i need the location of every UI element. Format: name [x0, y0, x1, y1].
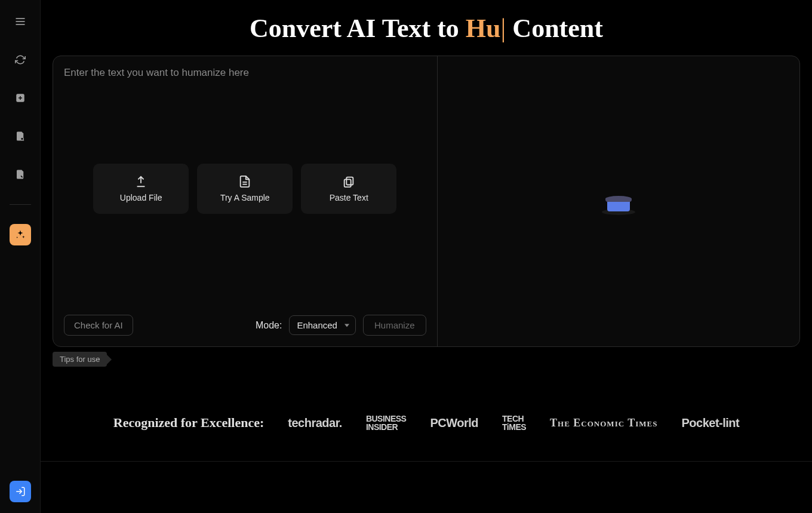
menu-icon[interactable] — [10, 11, 31, 32]
workspace: Upload File Try A Sample Paste Text Chec… — [53, 56, 800, 347]
svg-rect-10 — [345, 179, 351, 187]
input-footer: Check for AI Mode: Enhanced Humanize — [64, 315, 426, 336]
brand-pocket-lint: Pocket-lint — [682, 416, 740, 430]
plus-square-icon[interactable] — [10, 87, 31, 109]
file-text-icon — [238, 175, 251, 188]
login-button[interactable] — [10, 481, 31, 502]
empty-state-icon — [598, 188, 639, 215]
brand-business-insider: BUSINESSINSIDER — [366, 414, 407, 431]
brand-tech-times: TECHTiMES — [502, 414, 526, 431]
humanize-button[interactable]: Humanize — [363, 315, 426, 336]
sidebar — [0, 0, 41, 513]
tips-chip[interactable]: Tips for use — [53, 352, 107, 367]
output-pane — [438, 56, 800, 346]
upload-file-button[interactable]: Upload File — [93, 164, 189, 214]
mode-label: Mode: — [256, 320, 282, 331]
sample-label: Try A Sample — [220, 193, 270, 202]
tips-row: Tips for use — [53, 352, 812, 367]
footer-divider — [41, 461, 812, 462]
title-suffix: Content — [506, 14, 603, 43]
mode-selected: Enhanced — [297, 320, 337, 330]
sparkle-icon[interactable] — [10, 224, 31, 245]
recognition-label: Recognized for Excellence: — [113, 415, 264, 431]
paste-text-button[interactable]: Paste Text — [301, 164, 396, 214]
title-accent: Hu — [466, 14, 501, 43]
title-prefix: Convert AI Text to — [250, 14, 466, 43]
main-content: Convert AI Text to Hu| Content Upload Fi… — [41, 0, 812, 513]
svg-line-5 — [23, 140, 24, 141]
input-pane: Upload File Try A Sample Paste Text Chec… — [53, 56, 438, 346]
brand-economic-times: The Economic Times — [550, 417, 657, 429]
mode-select[interactable]: Enhanced — [289, 315, 356, 335]
paste-label: Paste Text — [330, 193, 368, 202]
recognition-section: Recognized for Excellence: techradar. BU… — [41, 414, 812, 431]
search-doc-icon[interactable] — [10, 125, 31, 147]
brand-pcworld: PCWorld — [430, 416, 478, 430]
refresh-icon[interactable] — [10, 49, 31, 70]
page-title: Convert AI Text to Hu| Content — [41, 13, 812, 44]
brand-techradar: techradar. — [288, 416, 342, 430]
svg-rect-9 — [347, 177, 353, 185]
check-ai-button[interactable]: Check for AI — [64, 315, 133, 336]
input-actions: Upload File Try A Sample Paste Text — [93, 164, 396, 214]
sidebar-divider — [10, 204, 31, 205]
upload-icon — [134, 175, 147, 188]
try-sample-button[interactable]: Try A Sample — [197, 164, 293, 214]
upload-label: Upload File — [120, 193, 162, 202]
edit-doc-icon[interactable] — [10, 164, 31, 185]
clipboard-icon — [342, 175, 355, 188]
